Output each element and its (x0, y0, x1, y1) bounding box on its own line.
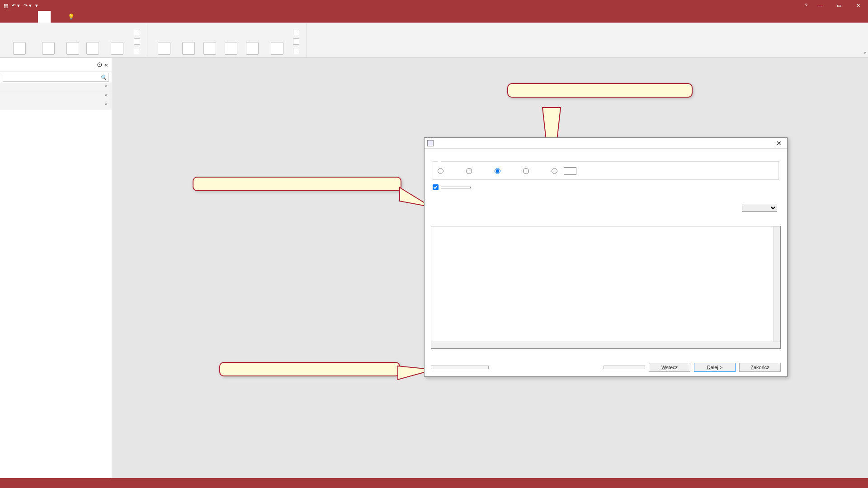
export-access-button[interactable] (291, 28, 303, 37)
collapse-ribbon-icon[interactable]: ^ (864, 52, 866, 56)
linked-table-mgr-button[interactable] (34, 40, 62, 56)
qualifier-select[interactable] (742, 204, 777, 212)
nav-search-input[interactable]: 🔍 (3, 73, 109, 82)
saved-exports-button[interactable] (150, 40, 178, 56)
saved-imports-button[interactable] (5, 40, 33, 56)
undo-icon[interactable]: ↶ ▾ (12, 3, 20, 9)
tab-external-data[interactable] (38, 11, 51, 23)
ribbon-tabs: 💡 (0, 11, 868, 23)
radio-space[interactable] (523, 168, 531, 174)
radio-comma[interactable] (495, 168, 502, 174)
save-icon[interactable]: ▤ (4, 3, 8, 9)
redo-icon[interactable]: ↷ ▾ (24, 3, 32, 9)
bulb-icon: 💡 (68, 14, 75, 20)
qat-custom-icon[interactable]: ▾ (35, 3, 38, 9)
data-preview: ◄ ► (431, 226, 781, 349)
group-import-label (5, 56, 144, 57)
advanced-button[interactable] (431, 366, 489, 369)
navigation-pane: ⊙« 🔍 ⌃ ⌃ ⌃ (0, 58, 112, 478)
import-text-button[interactable] (132, 28, 144, 37)
maximize-button[interactable]: ▭ (833, 3, 845, 9)
first-row-label (441, 187, 471, 188)
ribbon: ^ (0, 23, 868, 58)
dialog-icon (427, 140, 434, 146)
cancel-button[interactable] (604, 366, 645, 369)
radio-tab[interactable] (438, 168, 445, 174)
nav-dropdown-icon[interactable]: ⊙ (97, 61, 103, 69)
import-access-button[interactable] (83, 40, 102, 56)
collapse-icon[interactable]: ⌃ (104, 94, 108, 99)
import-more-button[interactable] (132, 47, 144, 56)
tell-me-search[interactable]: 💡 (68, 11, 77, 23)
callout-delimiter (507, 83, 693, 98)
search-icon: 🔍 (100, 75, 107, 80)
export-text-button[interactable] (199, 40, 221, 56)
export-email-button[interactable] (264, 40, 290, 56)
nav-collapse-icon[interactable]: « (104, 61, 108, 69)
callout-firstrow (193, 177, 401, 191)
export-xml-button[interactable] (222, 40, 241, 56)
delimiter-legend (438, 159, 441, 164)
next-button[interactable]: Dalej > (694, 363, 736, 372)
import-excel-button[interactable] (63, 40, 82, 56)
other-delimiter-input[interactable] (564, 167, 576, 175)
first-row-checkbox[interactable] (433, 184, 439, 190)
minimize-button[interactable]: — (814, 3, 826, 8)
export-excel-button[interactable] (179, 40, 198, 56)
back-button[interactable]: Wstecz (649, 363, 690, 372)
radio-semicolon[interactable] (466, 168, 474, 174)
dialog-close-button[interactable]: ✕ (774, 140, 784, 147)
group-export-label (150, 56, 303, 57)
help-icon[interactable]: ? (805, 3, 807, 8)
close-button[interactable]: ✕ (852, 3, 864, 9)
export-pdf-button[interactable] (241, 40, 263, 56)
callout-advanced (219, 362, 400, 376)
tab-dbtools[interactable] (51, 11, 63, 23)
link-text-wizard-dialog: ✕ ◄ ► (424, 137, 788, 377)
preview-hscroll[interactable]: ◄ ► (431, 342, 780, 348)
radio-other[interactable] (552, 167, 576, 175)
tab-file[interactable] (0, 11, 13, 23)
collapse-icon[interactable]: ⌃ (104, 84, 108, 90)
import-odbc-button[interactable] (103, 40, 131, 56)
export-more-button[interactable] (291, 47, 303, 56)
tab-create[interactable] (25, 11, 38, 23)
status-bar (0, 478, 868, 488)
import-xml-button[interactable] (132, 37, 144, 46)
finish-button[interactable]: Zakończ (739, 363, 781, 372)
export-word-button[interactable] (291, 37, 303, 46)
title-bar: ▤ ↶ ▾ ↷ ▾ ▾ ? — ▭ ✕ (0, 0, 868, 11)
tab-home[interactable] (13, 11, 25, 23)
preview-vscroll[interactable] (774, 226, 780, 342)
collapse-icon[interactable]: ⌃ (104, 103, 108, 108)
